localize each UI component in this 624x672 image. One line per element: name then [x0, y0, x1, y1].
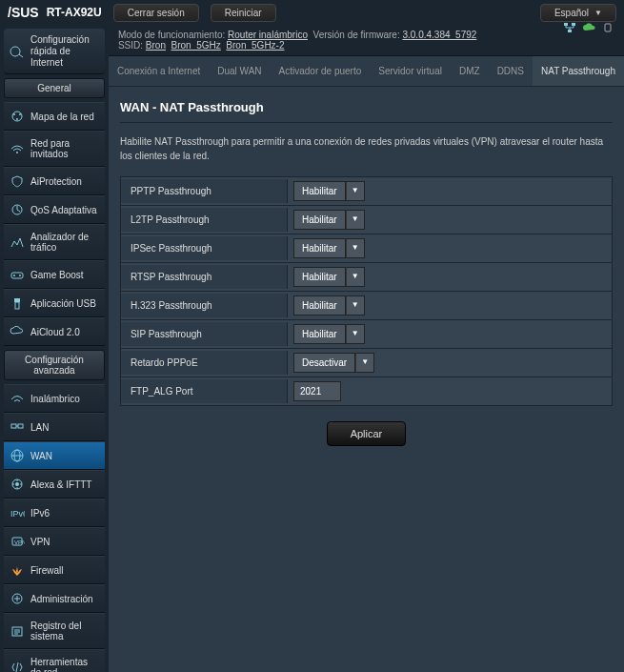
- section-advanced: Configuración avanzada: [4, 350, 105, 380]
- svg-point-3: [19, 113, 21, 115]
- menu-icon: [10, 592, 25, 605]
- menu-icon: [10, 420, 25, 434]
- sidebar-item-label: Administración: [30, 594, 93, 604]
- sidebar-item-aplicaci-n-usb[interactable]: Aplicación USB: [4, 289, 105, 317]
- l2tp-passthrough-select[interactable]: Habilitar▼: [293, 210, 365, 230]
- svg-rect-25: [568, 30, 572, 32]
- chevron-down-icon: ▼: [346, 295, 365, 316]
- ssid-label: SSID:: [118, 40, 143, 51]
- sidebar-item-red-para-invitados[interactable]: Red para invitados: [4, 131, 105, 167]
- form-control: Habilitar▼: [288, 320, 612, 348]
- svg-rect-7: [11, 273, 23, 278]
- tab-ddns[interactable]: DDNS: [489, 56, 533, 86]
- sidebar-item-label: Inalámbrico: [30, 394, 80, 404]
- ftp-alg-port-input[interactable]: [293, 381, 341, 401]
- tab-servidor-virtual[interactable]: Servidor virtual: [370, 56, 451, 86]
- sidebar-quick-setup[interactable]: Configuración rápida de Internet: [4, 29, 105, 74]
- svg-rect-12: [11, 424, 16, 428]
- sidebar-item-lan[interactable]: LAN: [4, 413, 105, 441]
- sidebar-item-label: Aplicación USB: [30, 298, 96, 309]
- sidebar-item-mapa-de-la-red[interactable]: Mapa de la red: [4, 102, 105, 131]
- tab-nat-passthrough[interactable]: NAT Passthrough: [533, 56, 624, 86]
- sidebar-item-aiprotection[interactable]: AiProtection: [4, 167, 105, 195]
- sidebar-item-alexa-ifttt[interactable]: Alexa & IFTTT: [4, 470, 105, 499]
- form-label: Retardo PPPoE: [121, 351, 288, 375]
- brand-logo: /SUS: [8, 5, 39, 20]
- sidebar-item-label: Firewall: [30, 565, 63, 576]
- menu-icon: [10, 392, 25, 405]
- sip-passthrough-select[interactable]: Habilitar▼: [293, 324, 365, 344]
- svg-point-0: [10, 47, 20, 56]
- sidebar-item-herramientas-de-red[interactable]: Herramientas de red: [4, 649, 105, 672]
- sidebar-item-ipv6[interactable]: IPv6IPv6: [4, 499, 105, 527]
- sidebar-item-inal-mbrico[interactable]: Inalámbrico: [4, 384, 105, 413]
- sidebar-item-label: AiProtection: [30, 176, 82, 187]
- top-bar: /SUS RT-AX92U Cerrar sesión Reiniciar Es…: [0, 0, 624, 25]
- divider: [120, 122, 613, 123]
- tab-activador-de-puerto[interactable]: Activador de puerto: [271, 56, 371, 86]
- fw-link[interactable]: 3.0.0.4.384_5792: [402, 30, 476, 40]
- menu-icon: [10, 174, 25, 188]
- chevron-down-icon: ▼: [346, 181, 365, 201]
- sidebar-item-label: Alexa & IFTTT: [30, 479, 91, 490]
- sidebar-item-label: VPN: [30, 537, 50, 547]
- tab-dmz[interactable]: DMZ: [451, 56, 489, 86]
- sidebar-item-wan[interactable]: WAN: [4, 441, 105, 470]
- apply-button[interactable]: Aplicar: [327, 421, 407, 446]
- mode-link[interactable]: Router inalámbrico: [228, 30, 308, 40]
- rtsp-passthrough-select[interactable]: Habilitar▼: [293, 267, 365, 287]
- sidebar-item-vpn[interactable]: VPNVPN: [4, 527, 105, 556]
- svg-point-5: [16, 152, 18, 153]
- svg-rect-10: [14, 298, 20, 302]
- ipsec-passthrough-select[interactable]: Habilitar▼: [293, 238, 365, 258]
- svg-rect-13: [18, 424, 23, 428]
- select-value: Habilitar: [293, 267, 346, 287]
- svg-point-8: [13, 275, 15, 276]
- tab-conexi-n-a-internet[interactable]: Conexión a Internet: [109, 56, 209, 86]
- form-row-rtsp-passthrough: RTSP PassthroughHabilitar▼: [120, 263, 613, 292]
- ssid1-link[interactable]: Bron: [146, 40, 166, 51]
- chevron-down-icon: ▼: [355, 353, 374, 373]
- svg-text:IPv6: IPv6: [10, 509, 25, 519]
- sidebar-item-label: Registro del sistema: [30, 621, 99, 641]
- sidebar-item-analizador-de-tr-fico[interactable]: Analizador de tráfico: [4, 224, 105, 260]
- logout-button[interactable]: Cerrar sesión: [113, 4, 199, 22]
- ssid2-link[interactable]: Bron_5GHz: [171, 40, 221, 51]
- svg-text:VPN: VPN: [14, 540, 25, 545]
- sidebar-item-label: LAN: [30, 422, 49, 433]
- ssid3-link[interactable]: Bron_5GHz-2: [226, 40, 284, 51]
- retardo-pppoe-select[interactable]: Desactivar▼: [293, 353, 374, 373]
- menu-icon: [10, 449, 25, 462]
- sidebar-item-label: AiCloud 2.0: [30, 327, 80, 337]
- menu-icon: [10, 203, 25, 216]
- h-323-passthrough-select[interactable]: Habilitar▼: [293, 295, 365, 316]
- menu-icon: [10, 296, 25, 310]
- menu-icon: [10, 325, 25, 338]
- menu-icon: [10, 661, 25, 672]
- form-row-retardo-pppoe: Retardo PPPoEDesactivar▼: [120, 349, 613, 377]
- tab-dual-wan[interactable]: Dual WAN: [209, 56, 270, 86]
- language-dropdown[interactable]: Español ▼: [540, 4, 616, 22]
- usb-icon[interactable]: [601, 22, 614, 33]
- sidebar-item-game-boost[interactable]: Game Boost: [4, 260, 105, 289]
- select-value: Desactivar: [293, 353, 355, 373]
- svg-point-2: [13, 113, 15, 115]
- reboot-button[interactable]: Reiniciar: [211, 4, 276, 22]
- info-bar: Modo de funcionamiento: Router inalámbri…: [109, 25, 624, 56]
- sidebar-item-administraci-n[interactable]: Administración: [4, 584, 105, 613]
- chevron-down-icon: ▼: [594, 9, 602, 17]
- sidebar-item-qos-adaptativa[interactable]: QoS Adaptativa: [4, 195, 105, 224]
- sidebar-item-aicloud-2-0[interactable]: AiCloud 2.0: [4, 317, 105, 346]
- globe-cursor-icon: [10, 45, 25, 58]
- sidebar-item-label: Herramientas de red: [30, 657, 99, 672]
- sidebar-item-registro-del-sistema[interactable]: Registro del sistema: [4, 613, 105, 649]
- svg-rect-23: [564, 23, 568, 26]
- sidebar-item-firewall[interactable]: Firewall: [4, 556, 105, 584]
- form-control: Habilitar▼: [288, 206, 612, 234]
- pptp-passthrough-select[interactable]: Habilitar▼: [293, 181, 365, 201]
- nodes-icon[interactable]: [563, 22, 576, 33]
- form-label: L2TP Passthrough: [121, 208, 288, 232]
- cloud-icon[interactable]: [582, 22, 595, 33]
- form-control: Desactivar▼: [288, 349, 612, 377]
- form-control: Habilitar▼: [288, 263, 612, 291]
